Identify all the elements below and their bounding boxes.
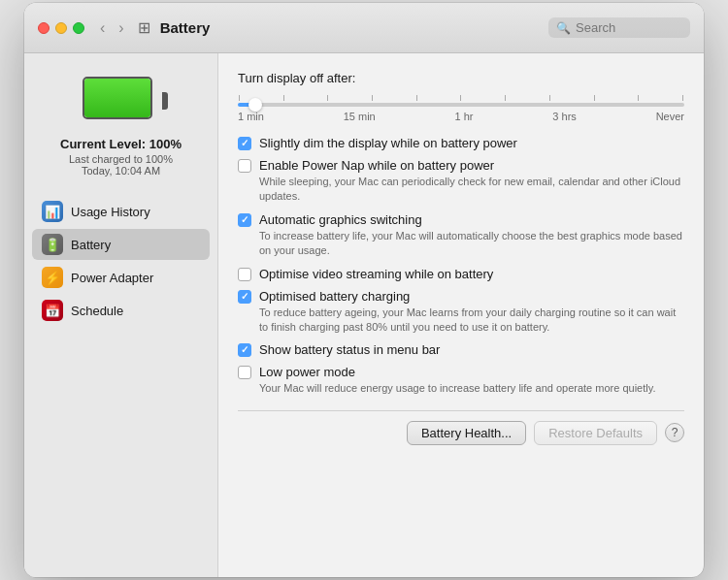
current-level-label: Current Level: 100% xyxy=(60,137,182,151)
sidebar-item-usage-history[interactable]: 📊 Usage History xyxy=(32,196,210,227)
setting-auto-graphics-text-group: Automatic graphics switching To increase… xyxy=(259,212,684,259)
setting-video-streaming: Optimise video streaming while on batter… xyxy=(238,267,684,281)
sidebar-item-power-adapter[interactable]: ⚡ Power Adapter xyxy=(32,262,210,293)
setting-dim-display: Slightly dim the display while on batter… xyxy=(238,136,684,150)
battery-label: Battery xyxy=(71,238,111,252)
setting-auto-graphics: Automatic graphics switching To increase… xyxy=(238,212,684,259)
main-content: Turn display off after: xyxy=(218,53,704,577)
setting-menu-bar-label: Show battery status in menu bar xyxy=(259,342,684,357)
last-charged-time: Today, 10:04 AM xyxy=(82,165,160,177)
search-icon: 🔍 xyxy=(556,21,571,35)
display-off-slider[interactable] xyxy=(238,103,684,107)
forward-button[interactable]: › xyxy=(116,19,125,37)
setting-video-label: Optimise video streaming while on batter… xyxy=(259,267,684,281)
search-input[interactable] xyxy=(576,20,682,35)
checkbox-video-streaming[interactable] xyxy=(238,268,251,281)
tick xyxy=(283,95,284,101)
setting-power-nap-text-group: Enable Power Nap while on battery power … xyxy=(259,158,684,205)
setting-auto-graphics-desc: To increase battery life, your Mac will … xyxy=(259,229,684,259)
slider-label-15min: 15 min xyxy=(344,111,376,122)
restore-defaults-button[interactable]: Restore Defaults xyxy=(534,421,657,445)
usage-history-label: Usage History xyxy=(71,205,150,219)
setting-low-power-label: Low power mode xyxy=(259,365,684,379)
slider-label-3hrs: 3 hrs xyxy=(552,111,576,122)
setting-low-power-desc: Your Mac will reduce energy usage to inc… xyxy=(259,381,684,396)
slider-ticks xyxy=(238,95,684,101)
display-off-slider-container: 1 min 15 min 1 hr 3 hrs Never xyxy=(238,95,684,122)
sidebar-item-schedule[interactable]: 📅 Schedule xyxy=(32,295,210,326)
setting-optimised-label: Optimised battery charging xyxy=(259,289,684,304)
window-title: Battery xyxy=(160,19,539,36)
schedule-icon: 📅 xyxy=(42,300,63,321)
window-body: Current Level: 100% Last charged to 100%… xyxy=(24,53,704,577)
battery-health-button[interactable]: Battery Health... xyxy=(407,421,526,445)
sidebar-nav: 📊 Usage History 🔋 Battery ⚡ Power Adapte… xyxy=(32,196,210,326)
tick xyxy=(416,95,417,101)
battery-fill xyxy=(84,79,150,117)
minimize-button[interactable] xyxy=(55,22,67,34)
battery-cap xyxy=(162,92,168,110)
bottom-bar: Battery Health... Restore Defaults ? xyxy=(238,410,684,445)
setting-video-text-group: Optimise video streaming while on batter… xyxy=(259,267,684,281)
maximize-button[interactable] xyxy=(73,22,84,34)
power-adapter-icon: ⚡ xyxy=(42,267,63,288)
battery-nav-icon: 🔋 xyxy=(42,234,63,255)
setting-power-nap-label: Enable Power Nap while on battery power xyxy=(259,158,684,173)
tick xyxy=(460,95,461,101)
slider-thumb[interactable] xyxy=(248,98,262,112)
setting-optimised-text-group: Optimised battery charging To reduce bat… xyxy=(259,289,684,336)
setting-dim-label: Slightly dim the display while on batter… xyxy=(259,136,684,150)
setting-low-power-text-group: Low power mode Your Mac will reduce ener… xyxy=(259,365,684,396)
slider-label-1hr: 1 hr xyxy=(455,111,474,122)
setting-power-nap-desc: While sleeping, your Mac can periodicall… xyxy=(259,175,684,205)
tick xyxy=(327,95,328,101)
setting-power-nap: Enable Power Nap while on battery power … xyxy=(238,158,684,205)
setting-optimised-charging: Optimised battery charging To reduce bat… xyxy=(238,289,684,336)
sidebar-item-battery[interactable]: 🔋 Battery xyxy=(32,229,210,260)
close-button[interactable] xyxy=(38,22,50,34)
help-button[interactable]: ? xyxy=(665,423,684,442)
sidebar: Current Level: 100% Last charged to 100%… xyxy=(24,53,218,577)
checkbox-optimised-charging[interactable] xyxy=(238,290,251,304)
slider-label: Turn display off after: xyxy=(238,71,684,85)
slider-label-1min: 1 min xyxy=(238,111,264,122)
setting-optimised-desc: To reduce battery ageing, your Mac learn… xyxy=(259,306,684,336)
tick xyxy=(505,95,506,101)
tick xyxy=(682,95,683,101)
checkbox-dim-display[interactable] xyxy=(238,137,251,150)
power-adapter-label: Power Adapter xyxy=(71,271,153,285)
grid-icon[interactable]: ⊞ xyxy=(138,18,150,37)
setting-menu-bar: Show battery status in menu bar xyxy=(238,342,684,357)
traffic-lights xyxy=(38,22,84,34)
checkbox-auto-graphics[interactable] xyxy=(238,213,251,227)
tick xyxy=(638,95,639,101)
setting-dim-text-group: Slightly dim the display while on batter… xyxy=(259,136,684,150)
tick xyxy=(239,95,240,101)
tick xyxy=(549,95,550,101)
preferences-window: ‹ › ⊞ Battery 🔍 Current Level: 100% Last… xyxy=(24,3,704,577)
setting-auto-graphics-label: Automatic graphics switching xyxy=(259,212,684,227)
checkbox-menu-bar[interactable] xyxy=(238,343,251,357)
back-button[interactable]: ‹ xyxy=(98,19,107,37)
search-box[interactable]: 🔍 xyxy=(548,17,690,38)
setting-low-power: Low power mode Your Mac will reduce ener… xyxy=(238,365,684,396)
last-charged-label: Last charged to 100% xyxy=(69,153,173,165)
checkbox-power-nap[interactable] xyxy=(238,159,251,173)
schedule-label: Schedule xyxy=(71,304,123,318)
tick xyxy=(594,95,595,101)
slider-label-never: Never xyxy=(656,111,684,122)
tick xyxy=(372,95,373,101)
battery-graphic xyxy=(83,77,152,119)
usage-history-icon: 📊 xyxy=(42,201,63,222)
checkbox-low-power[interactable] xyxy=(238,366,251,379)
slider-labels: 1 min 15 min 1 hr 3 hrs Never xyxy=(238,111,684,122)
titlebar: ‹ › ⊞ Battery 🔍 xyxy=(24,3,704,53)
setting-menu-bar-text-group: Show battery status in menu bar xyxy=(259,342,684,357)
battery-icon-container xyxy=(83,77,160,125)
